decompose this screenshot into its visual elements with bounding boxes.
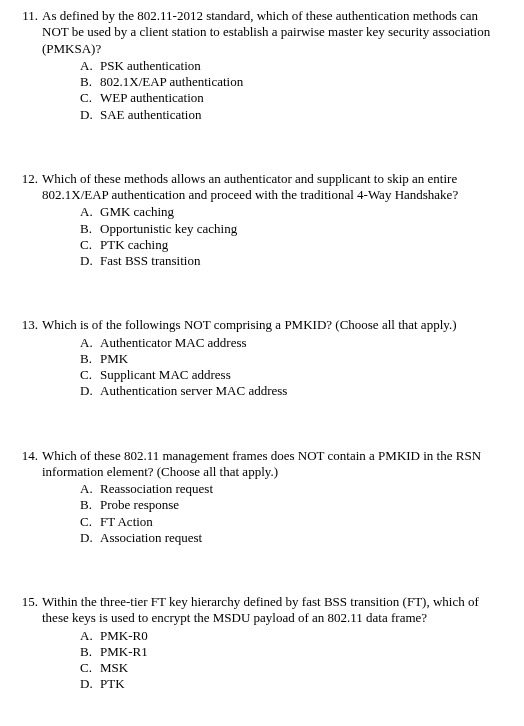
option-text: SAE authentication (100, 107, 201, 123)
option-a: A.GMK caching (80, 204, 499, 220)
option-letter: D. (80, 253, 100, 269)
option-a: A.Reassociation request (80, 481, 499, 497)
question-text-row: 13. Which is of the followings NOT compr… (20, 317, 499, 333)
option-text: FT Action (100, 514, 153, 530)
option-text: PMK-R1 (100, 644, 148, 660)
option-text: PMK (100, 351, 128, 367)
option-text: Supplicant MAC address (100, 367, 231, 383)
question-13: 13. Which is of the followings NOT compr… (20, 317, 499, 399)
question-12: 12. Which of these methods allows an aut… (20, 171, 499, 270)
option-letter: A. (80, 204, 100, 220)
option-letter: D. (80, 530, 100, 546)
option-d: D.PTK (80, 676, 499, 692)
option-letter: C. (80, 660, 100, 676)
option-b: B.PMK-R1 (80, 644, 499, 660)
option-text: MSK (100, 660, 128, 676)
option-letter: B. (80, 221, 100, 237)
question-body: As defined by the 802.11-2012 standard, … (42, 8, 499, 57)
question-14: 14. Which of these 802.11 management fra… (20, 448, 499, 547)
option-b: B.802.1X/EAP authentication (80, 74, 499, 90)
option-letter: B. (80, 644, 100, 660)
question-number: 11. (20, 8, 42, 57)
option-c: C.FT Action (80, 514, 499, 530)
question-body: Within the three-tier FT key hierarchy d… (42, 594, 499, 627)
option-text: PMK-R0 (100, 628, 148, 644)
question-number: 15. (20, 594, 42, 627)
option-d: D.Fast BSS transition (80, 253, 499, 269)
option-letter: A. (80, 58, 100, 74)
question-15: 15. Within the three-tier FT key hierarc… (20, 594, 499, 693)
option-letter: A. (80, 335, 100, 351)
option-letter: B. (80, 74, 100, 90)
options-list: A.GMK caching B.Opportunistic key cachin… (20, 204, 499, 269)
option-letter: D. (80, 107, 100, 123)
option-d: D.Authentication server MAC address (80, 383, 499, 399)
question-body: Which is of the followings NOT comprisin… (42, 317, 499, 333)
option-text: Probe response (100, 497, 179, 513)
option-letter: C. (80, 367, 100, 383)
option-text: Fast BSS transition (100, 253, 200, 269)
option-text: PTK caching (100, 237, 168, 253)
option-b: B.Opportunistic key caching (80, 221, 499, 237)
option-text: PSK authentication (100, 58, 201, 74)
option-text: 802.1X/EAP authentication (100, 74, 243, 90)
option-text: Association request (100, 530, 202, 546)
question-text-row: 14. Which of these 802.11 management fra… (20, 448, 499, 481)
option-letter: A. (80, 628, 100, 644)
option-text: WEP authentication (100, 90, 204, 106)
question-body: Which of these methods allows an authent… (42, 171, 499, 204)
option-b: B.Probe response (80, 497, 499, 513)
option-c: C.MSK (80, 660, 499, 676)
options-list: A.Authenticator MAC address B.PMK C.Supp… (20, 335, 499, 400)
question-text-row: 15. Within the three-tier FT key hierarc… (20, 594, 499, 627)
option-b: B.PMK (80, 351, 499, 367)
option-text: Authenticator MAC address (100, 335, 247, 351)
question-text-row: 11. As defined by the 802.11-2012 standa… (20, 8, 499, 57)
option-letter: D. (80, 383, 100, 399)
option-text: PTK (100, 676, 125, 692)
question-body: Which of these 802.11 management frames … (42, 448, 499, 481)
option-c: C.WEP authentication (80, 90, 499, 106)
option-c: C.PTK caching (80, 237, 499, 253)
question-number: 13. (20, 317, 42, 333)
option-letter: C. (80, 237, 100, 253)
option-text: Opportunistic key caching (100, 221, 237, 237)
option-a: A.Authenticator MAC address (80, 335, 499, 351)
question-11: 11. As defined by the 802.11-2012 standa… (20, 8, 499, 123)
option-letter: D. (80, 676, 100, 692)
option-text: Reassociation request (100, 481, 213, 497)
option-letter: B. (80, 351, 100, 367)
option-a: A.PSK authentication (80, 58, 499, 74)
option-letter: C. (80, 514, 100, 530)
option-text: Authentication server MAC address (100, 383, 287, 399)
options-list: A.Reassociation request B.Probe response… (20, 481, 499, 546)
option-c: C.Supplicant MAC address (80, 367, 499, 383)
option-letter: C. (80, 90, 100, 106)
option-d: D.SAE authentication (80, 107, 499, 123)
options-list: A.PSK authentication B.802.1X/EAP authen… (20, 58, 499, 123)
option-d: D.Association request (80, 530, 499, 546)
question-number: 12. (20, 171, 42, 204)
option-letter: A. (80, 481, 100, 497)
option-a: A.PMK-R0 (80, 628, 499, 644)
question-number: 14. (20, 448, 42, 481)
option-text: GMK caching (100, 204, 174, 220)
option-letter: B. (80, 497, 100, 513)
options-list: A.PMK-R0 B.PMK-R1 C.MSK D.PTK (20, 628, 499, 693)
question-text-row: 12. Which of these methods allows an aut… (20, 171, 499, 204)
